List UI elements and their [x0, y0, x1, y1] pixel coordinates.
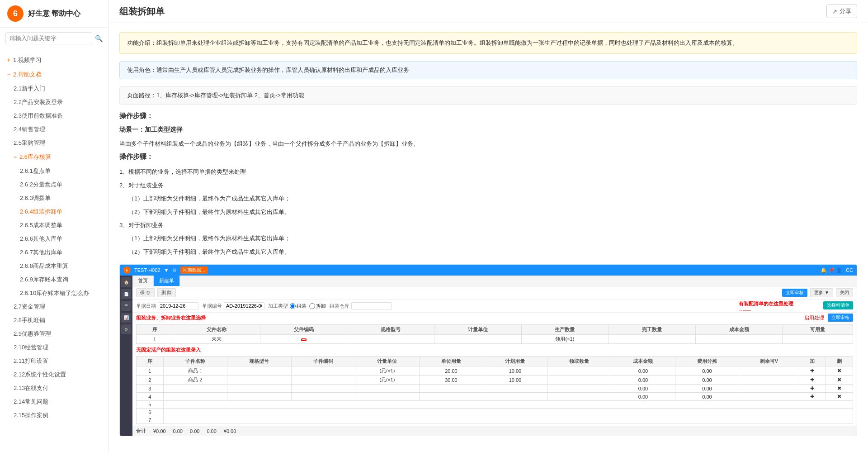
table-row: 4 0.00 0.00	[137, 393, 853, 401]
erp-lower-th-remain: 剩余可V	[739, 357, 799, 366]
sidebar-item-docs-2610[interactable]: 2.6.10库存账本错了怎么办	[0, 286, 108, 300]
table-row: 1 商品 1 (元/×1) 20.00 10.00 0.00 0.00	[137, 366, 853, 376]
sidebar-item-docs-269[interactable]: 2.6.9库存账本查询	[0, 273, 108, 286]
sidebar-item-docs-26[interactable]: − 2.6库存核算	[0, 150, 108, 164]
erp-lower-th-seq: 序	[137, 357, 164, 366]
erp-code-input[interactable]	[224, 302, 264, 309]
path-box: 页面路径：1、库存核算->库存管理->组装拆卸单 2、首页->常用功能	[119, 86, 857, 105]
erp-upper-th-prod: 生产数量	[521, 325, 609, 335]
erp-btn-delete[interactable]: 删 除	[157, 288, 176, 297]
sidebar-item-docs-23[interactable]: 2.3使用前数据准备	[0, 109, 108, 123]
content-area: 功能介绍：组装拆卸单用来处理企业组装或拆卸等加工业务，支持有固定装配清单的产品加…	[108, 23, 868, 452]
erp-upper-td-name: 未来	[173, 335, 260, 344]
erp-upper-td-unit	[434, 335, 521, 344]
erp-upper-th-code: 父件编码	[260, 325, 347, 335]
erp-screenshot: 6 TEST-H002 ▼ ⚙ 同期数据... 🔔 📌 👤 CC 🏠 📄 ☰	[119, 264, 857, 436]
erp-upper-td-done	[609, 335, 696, 344]
erp-annotation2: 组装业务、拆卸业务在这里选择	[136, 314, 206, 321]
sidebar-item-docs-24[interactable]: 2.4销售管理	[0, 123, 108, 136]
erp-radio-chai[interactable]: 拆卸	[309, 303, 326, 309]
step3-sub2: （2）下部明细为子件明细，最终作为产成品生成其它入库单。	[119, 247, 857, 257]
step2: 2、对于组装业务	[119, 180, 857, 190]
erp-lower-th-add: 加	[799, 357, 826, 366]
search-icon[interactable]: 🔍	[95, 35, 103, 42]
erp-nav-icons: 🔔 📌 👤	[821, 267, 842, 273]
erp-upper-table: 序 父件名称 父件编码 规格型号 计量单位 生产数量 完工数量 成本金额 可用量	[136, 324, 853, 344]
erp-btn-approve2[interactable]: 立即审核	[828, 314, 853, 322]
sidebar-item-docs-263[interactable]: 2.6.3调拨单	[0, 191, 108, 205]
erp-main-content: 首页 新建单 保 存 删 除 立即审核 更多 ▼ 关闭	[132, 276, 857, 436]
erp-bottom-row: 合计 ¥0.00 0.00 0.00 0.00 ¥0.00	[132, 426, 857, 436]
sidebar-item-docs[interactable]: − 2.帮助文档	[0, 67, 108, 82]
erp-user-code: CC	[846, 267, 853, 273]
search-input[interactable]	[5, 32, 92, 44]
erp-btn-approve[interactable]: 立即审核	[782, 289, 807, 297]
erp-upper-th-name: 父件名称	[173, 325, 260, 335]
erp-upper-th-unit: 计量单位	[434, 325, 521, 335]
table-row: 7	[137, 416, 853, 424]
sidebar-item-docs-268[interactable]: 2.6.8商品成本重算	[0, 259, 108, 273]
erp-radio-zhuang-input[interactable]	[290, 303, 296, 309]
erp-lower-th-code: 子件编码	[291, 357, 355, 366]
sidebar-item-docs-262[interactable]: 2.6.2分量盘点单	[0, 178, 108, 191]
erp-upper-th-spec: 规格型号	[347, 325, 434, 335]
sidebar-item-docs-267[interactable]: 2.6.7其他出库单	[0, 246, 108, 259]
erp-btn-select-bom[interactable]: 选择料清单	[823, 301, 853, 309]
collapse-icon-26: −	[14, 154, 17, 160]
sidebar-item-docs-27[interactable]: 2.7资金管理	[0, 300, 108, 314]
erp-btn-close[interactable]: 关闭	[836, 288, 853, 297]
erp-top-btn: 同期数据...	[180, 266, 208, 274]
table-row: 1 未来 领用(×1)	[137, 335, 853, 344]
table-row: 5	[137, 401, 853, 409]
sidebar-item-docs-21[interactable]: 2.1新手入门	[0, 82, 108, 95]
collapse-icon: −	[7, 71, 10, 78]
erp-form-row-code: 单据编号	[202, 302, 264, 309]
sidebar-item-video[interactable]: + 1.视频学习	[0, 53, 108, 67]
sidebar-item-docs-214[interactable]: 2.14常见问题	[0, 395, 108, 409]
erp-sidebar-icon-list: ☰	[121, 301, 131, 311]
erp-radio-zhuang[interactable]: 组装	[290, 303, 307, 309]
sidebar-item-docs-211[interactable]: 2.11打印设置	[0, 354, 108, 368]
page-title: 组装拆卸单	[119, 5, 165, 18]
sidebar-item-docs-25[interactable]: 2.5采购管理	[0, 136, 108, 150]
erp-warehouse-input[interactable]	[351, 302, 392, 309]
main-area: 组装拆卸单 ↗ 分享 功能介绍：组装拆卸单用来处理企业组装或拆卸等加工业务，支持…	[108, 0, 868, 452]
sidebar-item-docs-28[interactable]: 2.8手机旺铺	[0, 314, 108, 327]
erp-total-cost2: ¥0.00	[224, 428, 236, 434]
sidebar-item-docs-22[interactable]: 2.2产品安装及登录	[0, 95, 108, 109]
erp-annotation1-area: 有装配清单的在这里处理 ←——	[739, 300, 793, 313]
sidebar-item-docs-210[interactable]: 2.10经营管理	[0, 341, 108, 354]
erp-total-label: 合计	[136, 428, 146, 434]
share-button[interactable]: ↗ 分享	[826, 5, 857, 18]
expand-icon: +	[7, 57, 10, 63]
sidebar-item-docs-213[interactable]: 2.13在线支付	[0, 381, 108, 395]
erp-form-row-date: 单据日期	[136, 302, 198, 309]
erp-btn-more[interactable]: 更多 ▼	[810, 288, 833, 297]
erp-date-input[interactable]	[158, 302, 198, 309]
erp-annotation4: 无固定活产的组装在这里录入	[136, 347, 201, 352]
sidebar-item-docs-29[interactable]: 2.9优惠券管理	[0, 327, 108, 341]
erp-sidebar-icon-gear: ⚙	[121, 324, 131, 334]
sidebar-item-docs-266[interactable]: 2.6.6其他入库单	[0, 232, 108, 246]
erp-lower-th-spec: 规格型号	[227, 357, 292, 366]
erp-sidebar-icon-home: 🏠	[121, 277, 131, 287]
erp-content-wrap: 🏠 📄 ☰ 📊 ⚙ 首页 新建单 保	[120, 276, 857, 436]
erp-annotation2-row: 组装业务、拆卸业务在这里选择 启用处理 立即审核	[132, 313, 857, 323]
ops-section: 操作步骤： 场景一：加工类型选择 当由多个子件材料组装成一个成品的业务为【组装】…	[119, 112, 857, 257]
erp-total-qty2: 0.00	[190, 428, 199, 434]
erp-btn-save[interactable]: 保 存	[136, 288, 155, 297]
erp-lower-th-del: 删	[826, 357, 853, 366]
erp-radio-chai-input[interactable]	[309, 303, 315, 309]
erp-tab-new[interactable]: 新建单	[154, 276, 180, 286]
sidebar-item-docs-261[interactable]: 2.6.1盘点单	[0, 164, 108, 178]
sidebar-item-docs-215[interactable]: 2.15操作案例	[0, 409, 108, 422]
role-text: 使用角色：通常由生产人员或库管人员完成拆装业务的操作，库管人员确认原材料的出库和…	[127, 67, 409, 73]
erp-type-label: 加工类型	[268, 303, 288, 309]
sidebar-item-docs-264[interactable]: 2.6.4组装拆卸单	[0, 205, 108, 219]
erp-title-bar: 6 TEST-H002 ▼ ⚙ 同期数据... 🔔 📌 👤 CC	[120, 265, 857, 276]
nav-list: + 1.视频学习 − 2.帮助文档 2.1新手入门 2.2产品安装及登录 2.3…	[0, 49, 108, 452]
erp-tab-home[interactable]: 首页	[132, 276, 154, 286]
sidebar-item-docs-212[interactable]: 2.12系统个性化设置	[0, 368, 108, 381]
erp-warehouse-label: 组装仓库	[330, 303, 349, 309]
sidebar-item-docs-265[interactable]: 2.6.5成本调整单	[0, 219, 108, 232]
